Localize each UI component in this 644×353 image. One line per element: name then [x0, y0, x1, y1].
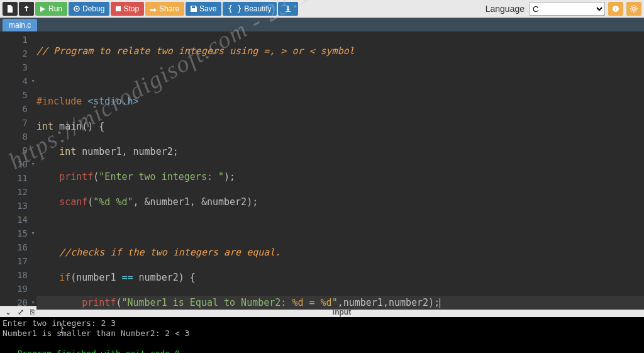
save-button[interactable]: Save	[186, 2, 221, 16]
code-area[interactable]: // Program to relate two integers using …	[31, 31, 644, 306]
svg-text:i: i	[615, 6, 616, 12]
svg-rect-3	[192, 6, 195, 8]
beautify-button[interactable]: { }Beautify	[223, 2, 276, 16]
run-button[interactable]: Run	[35, 2, 67, 16]
settings-button[interactable]	[626, 2, 641, 16]
tab-bar: main.c	[0, 18, 644, 31]
new-file-button[interactable]	[3, 2, 18, 16]
cursor	[440, 298, 440, 308]
language-select[interactable]: C	[530, 2, 605, 16]
language-label: Language	[486, 4, 525, 14]
svg-point-6	[633, 8, 635, 10]
debug-button[interactable]: Debug	[69, 2, 109, 16]
share-button[interactable]: Share	[145, 2, 184, 16]
gutter: 123 456 789 101112 131415 161718 1920	[0, 31, 31, 306]
code-editor[interactable]: https://microdigisoft.com - 23:1 123 456…	[0, 31, 644, 306]
upload-button[interactable]	[19, 2, 34, 16]
stop-button[interactable]: Stop	[111, 2, 144, 16]
toolbar: Run Debug Stop Share Save { }Beautify La…	[0, 0, 644, 18]
download-button[interactable]	[278, 2, 298, 16]
svg-rect-2	[116, 6, 121, 11]
info-button[interactable]: i	[608, 2, 623, 16]
file-tab[interactable]: main.c	[3, 19, 37, 31]
svg-point-1	[76, 8, 78, 10]
